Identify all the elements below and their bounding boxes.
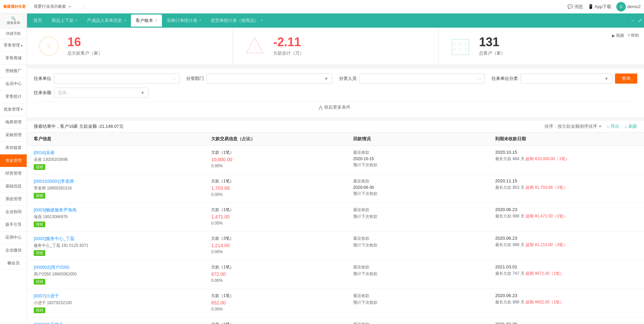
export-btn[interactable]: ○ 导出 — [607, 123, 619, 129]
sidebar-item-retail-stats[interactable]: 零售统计 — [0, 90, 27, 103]
svg-rect-9 — [459, 48, 462, 51]
svg-rect-10 — [465, 48, 467, 51]
app-download-btn[interactable]: 📱 App下载 — [588, 4, 611, 10]
collection-next: 预计下次收款 — [353, 271, 495, 277]
overdue-detail: 最长欠款 747 天 超期 ¥672.00（1笔） — [495, 271, 637, 276]
overdue-link[interactable]: 超期 ¥10,000.00（1笔） — [526, 156, 569, 161]
customer-tag: 现销 — [34, 222, 45, 227]
tab-maximize-btn[interactable]: ⤢ — [638, 17, 642, 24]
tab-close-icon[interactable]: × — [261, 19, 263, 22]
sidebar-item-retail-management[interactable]: 零售管理 ▲ — [0, 39, 27, 52]
due-date: 2021.03.01 — [495, 264, 637, 269]
sidebar-item-label: 基础信息 — [5, 184, 22, 188]
debt-amount: 1,214.00 — [211, 243, 353, 248]
sidebar-item-batch-management[interactable]: 批发管理 ▼ — [0, 103, 27, 116]
export-label: 导出 — [611, 123, 619, 129]
due-cell: 2020.10.15 最长欠款 884 天 超期 ¥10,000.00（1笔） — [495, 150, 637, 162]
customer-phone: 小进干 18279152100 — [34, 300, 211, 306]
customer-name-link[interactable]: [0001020001]李老师 — [34, 179, 74, 184]
customer-name-link[interactable]: [0002]服务中心_丁磊 — [34, 236, 75, 241]
overdue-link[interactable]: 超期 ¥1,214.00（3笔） — [526, 242, 567, 247]
filter-source-unit: 往来单位 ··· — [34, 73, 179, 84]
chevron-icon: ▼ — [21, 108, 23, 111]
sidebar-item-ecommerce[interactable]: 电商管理 — [0, 116, 27, 129]
customer-info-cell: [0007]小进干 小进干 18279152100 现销 — [34, 293, 211, 313]
ellipsis-icon: ··· — [477, 76, 481, 81]
sidebar-item-vip-member[interactable]: 畅会员 — [0, 257, 27, 270]
customer-name-link[interactable]: [0007]小进干 — [34, 293, 59, 298]
tab-product-listing[interactable]: 商品上下架 × — [47, 14, 82, 27]
sidebar-item-app-center[interactable]: 应用中心 — [0, 231, 27, 244]
overdue-link[interactable]: 超期 ¥672.00（1笔） — [526, 271, 564, 276]
table-section: 客户信息 欠款交易信息（占比） 回款情况 到期未收款日期 [0016]吴俊 吴俊… — [27, 132, 644, 324]
sidebar-item-enterprise-wechat[interactable]: 企业微信 — [0, 244, 27, 257]
sidebar-search[interactable]: 🔍 搜索菜单 — [0, 13, 27, 28]
tab-product-history[interactable]: 产成品入库单历史 × — [82, 14, 131, 27]
collection-cell: 最近收款 预计下次收款 — [353, 264, 495, 277]
help-action-btn[interactable]: ? 帮助 — [627, 33, 639, 38]
debt-info-cell: 欠款（1笔） 1,471.00 0.00% — [211, 207, 353, 226]
col-header-due: 到期未收款日期 — [495, 136, 637, 142]
overdue-link[interactable]: 超期 ¥1,703.68（1笔） — [526, 185, 567, 190]
filter-dept: 分管部门 ▼ — [186, 73, 332, 84]
sidebar-item-system[interactable]: 系统管理 — [0, 193, 27, 206]
tab-purchase-summary[interactable]: 进货单统计表（按商品） × — [206, 14, 268, 27]
tab-close-icon[interactable]: × — [199, 19, 201, 22]
sidebar-item-retail-mall[interactable]: 零售商城 — [0, 52, 27, 65]
sidebar-item-label: 畅会员 — [7, 261, 20, 265]
sidebar-item-purchase[interactable]: 采购管理 — [0, 129, 27, 142]
customer-info-cell: [0006]去下粮仓 陈小希 现销 — [34, 322, 211, 324]
debt-percent: 0.00% — [211, 221, 353, 226]
query-button[interactable]: 查询 — [615, 73, 637, 84]
debt-count: 欠款（1笔） — [211, 178, 353, 184]
sidebar-item-inventory[interactable]: 库存核算 — [0, 142, 27, 154]
video-action-btn[interactable]: ▶ 视频 — [612, 33, 624, 38]
tab-customer-account[interactable]: 客户账本 × — [131, 14, 162, 27]
sidebar-item-label: 系统管理 — [5, 197, 22, 201]
sidebar-item-newcomer[interactable]: 新手引导 — [0, 218, 27, 231]
overdue-link[interactable]: 超期 ¥1,471.00（1笔） — [526, 214, 567, 218]
filter-collapse-btn[interactable]: ⋀ 收起更多条件 — [34, 102, 637, 112]
unit-category-select[interactable]: ▼ — [521, 73, 612, 84]
tab-close-icon[interactable]: × — [76, 19, 78, 22]
sidebar-item-base-info[interactable]: 基础信息 — [0, 180, 27, 193]
overdue-link[interactable]: 超期 ¥652.00（1笔） — [526, 300, 564, 304]
overdue-detail: 最长欠款 998 天 超期 ¥652.00（1笔） — [495, 299, 637, 305]
user-menu[interactable]: D demo2 — [616, 2, 641, 11]
help-icon: ? — [627, 33, 630, 38]
ellipsis-icon: ··· — [172, 76, 176, 81]
sidebar-item-label: 零售管理 — [4, 42, 20, 48]
sidebar-item-member[interactable]: 会员中心 — [0, 78, 27, 90]
industry-selector[interactable]: 母婴行业演示账套 ▼ — [30, 4, 84, 9]
customer-phone: 用户2050 18665062050 — [34, 271, 211, 277]
sidebar-item-enterprise-coop[interactable]: 企业协同 — [0, 206, 27, 218]
tab-minimize-btn[interactable]: － — [630, 17, 635, 24]
tab-close-icon[interactable]: × — [124, 19, 126, 22]
tab-bar: 首页 商品上下架 × 产成品入库单历史 × 客户账本 × 采购订单统计表 × — [27, 13, 644, 28]
sort-dropdown[interactable]: 排序：按欠款金额倒序排序 ▼ — [544, 123, 601, 129]
content-area: 首页 商品上下架 × 产成品入库单历史 × 客户账本 × 采购订单统计表 × — [27, 13, 644, 324]
sidebar-item-marketing[interactable]: 营销推广 — [0, 65, 27, 78]
collection-label: 最近收款 — [353, 236, 495, 241]
sidebar-item-operations[interactable]: 经营管理 — [0, 167, 27, 180]
debt-percent: 0.00% — [211, 164, 353, 168]
sidebar-item-label: 会员中心 — [5, 81, 22, 86]
tab-purchase-stats[interactable]: 采购订单统计表 × — [162, 14, 206, 27]
dept-select[interactable]: ▼ — [206, 73, 332, 84]
customer-name-link[interactable]: [0003]畅捷服务尹海燕 — [34, 207, 77, 212]
customer-name-link[interactable]: [0006]去下粮仓 — [34, 322, 63, 324]
source-unit-input[interactable]: ··· — [54, 73, 179, 84]
person-input[interactable]: ··· — [359, 73, 485, 84]
customer-phone: 服务中心_丁磊 181 0125 8371 — [34, 243, 211, 248]
customer-name-link[interactable]: [000002]用户2050 — [34, 265, 69, 270]
message-btn[interactable]: 💬 消息 — [567, 4, 583, 10]
sidebar-item-finance[interactable]: 资金管理 — [0, 154, 27, 167]
tab-close-icon[interactable]: × — [155, 19, 157, 22]
sidebar-quick-nav[interactable]: 快捷导航 — [0, 28, 27, 39]
customer-name-link[interactable]: [0016]吴俊 — [34, 150, 55, 155]
refresh-btn[interactable]: ○ 刷新 — [624, 123, 637, 129]
tab-home[interactable]: 首页 — [29, 14, 47, 27]
balance-select[interactable]: 选择... ▼ — [54, 88, 148, 98]
due-cell: 2021.03.01 最长欠款 747 天 超期 ¥672.00（1笔） — [495, 264, 637, 276]
filter-row-1: 往来单位 ··· 分管部门 ▼ — [34, 73, 637, 84]
